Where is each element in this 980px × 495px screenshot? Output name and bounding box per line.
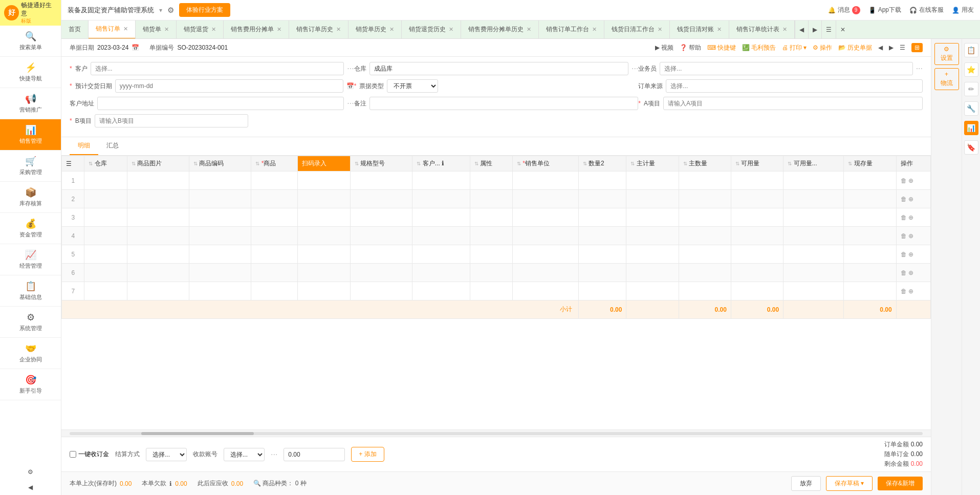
- cell-action[interactable]: 🗑 ⊕: [896, 227, 930, 245]
- cell-customer-code[interactable]: [412, 208, 470, 227]
- sidebar-item-inventory[interactable]: 📦 库存核算: [0, 182, 61, 213]
- tab-close-icon[interactable]: ✕: [123, 26, 128, 32]
- table-container[interactable]: ☰ ⇅ 仓库 ⇅ 商品图片 ⇅ 商品编码 ⇅ *商品 扫码录入 ⇅ 规格型号 ⇅…: [61, 156, 931, 429]
- tab-close-icon[interactable]: ✕: [658, 26, 662, 33]
- copy-icon[interactable]: ⊕: [908, 196, 913, 203]
- cell-avail[interactable]: [731, 208, 783, 227]
- print-btn[interactable]: 🖨 打印 ▾: [782, 44, 807, 52]
- cell-warehouse[interactable]: [84, 264, 127, 282]
- cell-qty2[interactable]: [578, 190, 626, 208]
- save-btn[interactable]: 保存&新增: [878, 477, 923, 490]
- cell-attr[interactable]: [470, 171, 512, 190]
- b-project-input[interactable]: [95, 114, 248, 127]
- col-avail2[interactable]: ⇅ 可用量...: [783, 156, 844, 171]
- tab-sales-return[interactable]: 销货退货 ✕: [177, 20, 224, 39]
- cell-spec[interactable]: [351, 190, 412, 208]
- sidebar-item-purchase[interactable]: 🛒 采购管理: [0, 150, 61, 182]
- cell-stock[interactable]: [844, 171, 896, 190]
- delete-icon[interactable]: 🗑: [901, 269, 907, 276]
- cell-attr[interactable]: [470, 264, 512, 282]
- tab-prev-btn[interactable]: ◀: [795, 20, 808, 39]
- cell-goods[interactable]: [251, 282, 298, 300]
- cell-warehouse[interactable]: [84, 190, 127, 208]
- scroll-track[interactable]: [70, 432, 923, 435]
- cell-attr[interactable]: [470, 190, 512, 208]
- cell-stock[interactable]: [844, 227, 896, 245]
- notice-btn[interactable]: 🔔 消息 9: [828, 6, 860, 14]
- ops-btn[interactable]: ⚙ 操作: [813, 44, 832, 52]
- account-select[interactable]: 选择...: [224, 448, 265, 461]
- col-goods[interactable]: ⇅ *商品: [251, 156, 298, 171]
- cell-stock[interactable]: [844, 264, 896, 282]
- sidebar-item-quicknav[interactable]: ⚡ 快捷导航: [0, 57, 61, 88]
- cell-main-unit[interactable]: [626, 282, 679, 300]
- scroll-thumb[interactable]: [141, 432, 254, 435]
- right-panel-icon-1[interactable]: 📋: [964, 43, 978, 57]
- tab-close-icon[interactable]: ✕: [449, 26, 453, 33]
- cell-image[interactable]: [127, 171, 189, 190]
- video-btn[interactable]: ▶ 视频: [655, 44, 673, 52]
- cell-attr[interactable]: [470, 282, 512, 300]
- cell-scan[interactable]: [297, 171, 350, 190]
- cell-unit[interactable]: [512, 227, 578, 245]
- cell-scan[interactable]: [297, 190, 350, 208]
- cell-avail2[interactable]: [783, 227, 844, 245]
- tab-close-icon[interactable]: ✕: [277, 26, 281, 33]
- calendar-icon[interactable]: 📅: [132, 44, 139, 51]
- sidebar-item-system[interactable]: ⚙ 系统管理: [0, 307, 61, 338]
- a-project-input[interactable]: [663, 97, 923, 110]
- draft-btn[interactable]: 保存草稿 ▾: [826, 476, 873, 491]
- remark-input[interactable]: [369, 97, 639, 110]
- cell-spec[interactable]: [351, 208, 412, 227]
- cell-warehouse[interactable]: [84, 208, 127, 227]
- cell-main-qty[interactable]: [679, 245, 731, 264]
- cell-warehouse[interactable]: [84, 171, 127, 190]
- col-main-qty[interactable]: ⇅ 主数量: [679, 156, 731, 171]
- delete-icon[interactable]: 🗑: [901, 232, 907, 240]
- calendar2-icon[interactable]: 📅: [346, 82, 354, 90]
- cell-scan[interactable]: [297, 245, 350, 264]
- right-panel-icon-4[interactable]: 🔧: [964, 101, 978, 116]
- cell-qty2[interactable]: [578, 282, 626, 300]
- tab-sales-order[interactable]: 销售订单 ✕: [89, 20, 136, 39]
- cell-unit[interactable]: [512, 171, 578, 190]
- cell-code[interactable]: [189, 264, 251, 282]
- tab-close-icon[interactable]: ✕: [211, 26, 216, 33]
- cell-action[interactable]: 🗑 ⊕: [896, 190, 930, 208]
- cell-qty2[interactable]: [578, 245, 626, 264]
- cell-spec[interactable]: [351, 282, 412, 300]
- cell-scan[interactable]: [297, 282, 350, 300]
- order-source-input[interactable]: [666, 79, 923, 93]
- cell-main-unit[interactable]: [626, 190, 679, 208]
- sidebar-item-guide[interactable]: 🎯 新手引导: [0, 369, 61, 400]
- cell-goods[interactable]: [251, 245, 298, 264]
- col-unit[interactable]: ⇅ *销售单位: [512, 156, 578, 171]
- delete-icon[interactable]: 🗑: [901, 288, 907, 295]
- cell-code[interactable]: [189, 282, 251, 300]
- cell-unit[interactable]: [512, 282, 578, 300]
- customer-input[interactable]: [91, 62, 344, 75]
- tab-close-icon[interactable]: ✕: [717, 26, 722, 33]
- cell-unit[interactable]: [512, 190, 578, 208]
- col-stock[interactable]: ⇅ 现存量: [844, 156, 896, 171]
- tab-close-icon[interactable]: ✕: [389, 26, 394, 33]
- customer-addr-input[interactable]: [97, 97, 344, 110]
- cell-unit[interactable]: [512, 208, 578, 227]
- cell-qty2[interactable]: [578, 208, 626, 227]
- delete-icon[interactable]: 🗑: [901, 251, 907, 258]
- copy-icon[interactable]: ⊕: [908, 251, 913, 258]
- sidebar-settings[interactable]: ⚙: [0, 464, 61, 480]
- cell-image[interactable]: [127, 245, 189, 264]
- scroll-hint[interactable]: [61, 429, 931, 437]
- col-code[interactable]: ⇅ 商品编码: [189, 156, 251, 171]
- tab-close-icon[interactable]: ✕: [164, 26, 169, 33]
- add-payment-btn[interactable]: + 添加: [351, 447, 384, 462]
- cell-avail2[interactable]: [783, 282, 844, 300]
- col-attr[interactable]: ⇅ 属性: [470, 156, 512, 171]
- cell-action[interactable]: 🗑 ⊕: [896, 171, 930, 190]
- help-btn[interactable]: ❓ 帮助: [680, 44, 701, 52]
- tab-expense-history[interactable]: 销售费用分摊单历史 ✕: [461, 20, 539, 39]
- sidebar-item-search[interactable]: 🔍 搜索菜单: [0, 26, 61, 57]
- cell-avail2[interactable]: [783, 190, 844, 208]
- cell-stock[interactable]: [844, 245, 896, 264]
